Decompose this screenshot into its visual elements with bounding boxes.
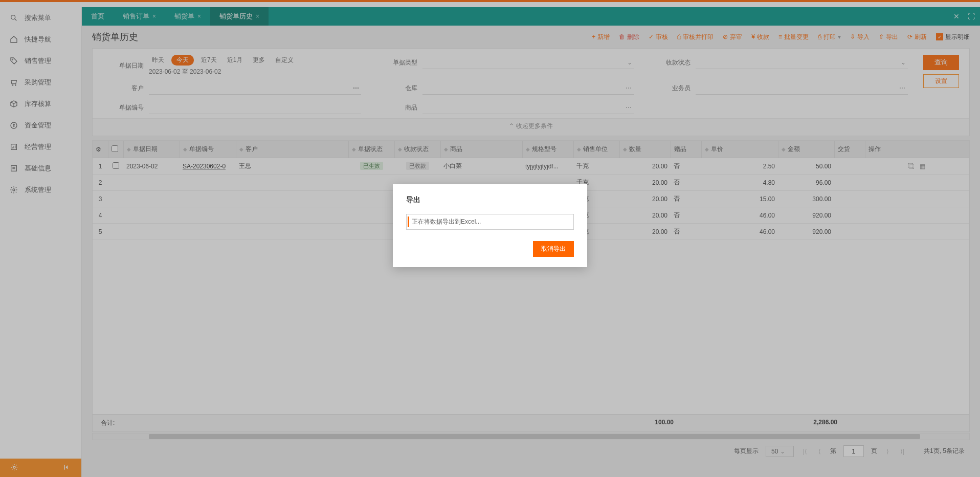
export-modal: 导出 正在将数据导出到Excel... 取消导出 xyxy=(393,184,587,267)
modal-title: 导出 xyxy=(406,196,574,205)
cancel-export-button[interactable]: 取消导出 xyxy=(533,241,574,257)
modal-progress-text: 正在将数据导出到Excel... xyxy=(406,214,574,230)
